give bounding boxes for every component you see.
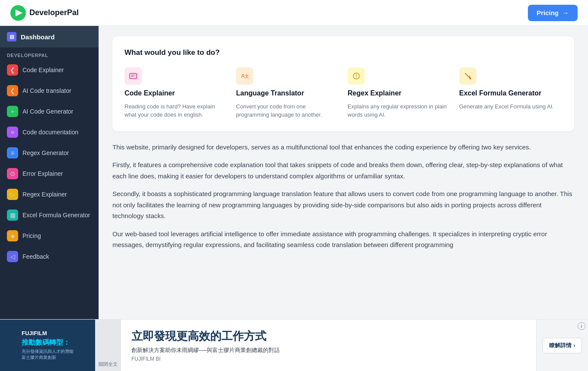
sidebar-item-label: Feedback	[22, 253, 49, 260]
feature-card: What would you like to do? Code Explaine…	[112, 36, 574, 131]
feature-name-excel-formula-generator: Excel Formula Generator	[459, 89, 562, 98]
ad-right-panel: ℹ 瞭解詳情 ›	[536, 320, 588, 371]
ad-info-icon[interactable]: ℹ	[578, 322, 585, 330]
sidebar-item-code-explainer[interactable]: ❮ Code Explainer	[0, 60, 99, 80]
dashboard-icon: ⊞	[7, 32, 16, 41]
ad-brand2: 富士膠片商業創新	[22, 355, 74, 361]
sidebar-item-regex-explainer[interactable]: ▷ Regex Explainer	[0, 184, 99, 205]
logo-text: DeveloperPal	[29, 8, 79, 17]
regex-generator-icon: ≡	[7, 147, 18, 159]
ad-subtitle: 充分發揮資訊與人才的潛能	[22, 349, 74, 355]
logo-area: DeveloperPal	[10, 5, 79, 21]
logo-icon	[10, 5, 26, 21]
ad-close-strip[interactable]: 關閉全文	[95, 320, 121, 371]
body-paragraph-1: This website, primarily designed for dev…	[112, 142, 574, 153]
sidebar-item-label: Excel Formula Generator	[22, 212, 90, 219]
ad-left-content: FUJIFILM 推動數碼轉型： 充分發揮資訊與人才的潛能 富士膠片商業創新	[16, 325, 79, 365]
sidebar-dashboard-item[interactable]: ⊞ Dashboard	[0, 26, 99, 48]
sidebar-item-label: Regex Explainer	[22, 191, 67, 198]
svg-point-12	[470, 78, 471, 79]
feature-desc-regex-explainer: Explains any regular expression in plain…	[348, 102, 451, 119]
code-explainer-icon: ❮	[7, 64, 18, 76]
sidebar-item-feedback[interactable]: ◁ Feedback	[0, 246, 99, 267]
ad-body: 創新解決方案助你未雨綢繆──與富士膠片商業創總裁的對話	[131, 346, 526, 354]
ad-left-panel: FUJIFILM 推動數碼轉型： 充分發揮資訊與人才的潛能 富士膠片商業創新	[0, 320, 95, 371]
regex-explainer-icon: ▷	[7, 189, 18, 200]
feature-item-code-explainer[interactable]: Code Explainer Reading code is hard? Hav…	[125, 67, 227, 119]
sidebar-item-ai-code-generator[interactable]: + AI Code Generator	[0, 101, 99, 122]
sidebar-item-label: AI Code Generator	[22, 108, 74, 115]
body-paragraph-2: Firstly, it features a comprehensive cod…	[112, 159, 574, 181]
sidebar-item-regex-generator[interactable]: ≡ Regex Generator	[0, 143, 99, 163]
sidebar-item-code-documentation[interactable]: ≡ Code documentation	[0, 122, 99, 143]
svg-text:A: A	[241, 73, 245, 79]
feedback-icon: ◁	[7, 251, 18, 262]
svg-rect-2	[130, 73, 137, 79]
feature-desc-excel-formula-generator: Generate any Excel Formula using AI.	[459, 102, 562, 111]
body-paragraph-4: Our web-based tool leverages artificial …	[112, 228, 574, 251]
feature-item-regex-explainer[interactable]: Regex Explainer Explains any regular exp…	[348, 67, 451, 119]
sidebar-item-label: Pricing	[22, 232, 41, 239]
feature-name-regex-explainer: Regex Explainer	[348, 89, 451, 98]
error-explainer-icon: ⊙	[7, 168, 18, 179]
sidebar-section-label: DeveloperPal	[0, 48, 99, 60]
arrow-icon: →	[562, 9, 569, 17]
feature-desc-code-explainer: Reading code is hard? Have explain what …	[125, 102, 227, 119]
svg-text:文: 文	[245, 74, 249, 79]
body-paragraph-3: Secondly, it boasts a sophisticated prog…	[112, 188, 574, 222]
ai-code-translator-icon: ❮	[7, 85, 18, 96]
dashboard-label: Dashboard	[21, 33, 54, 41]
feature-card-title: What would you like to do?	[125, 48, 562, 57]
sidebar-item-excel-formula-generator[interactable]: ▦ Excel Formula Generator	[0, 205, 99, 225]
ad-middle-panel: 立即發現更高效的工作方式 創新解決方案助你未雨綢繆──與富士膠片商業創總裁的對話…	[121, 320, 536, 371]
feature-name-language-translator: Language Translator	[236, 89, 339, 98]
top-navigation: DeveloperPal Pricing →	[0, 0, 588, 26]
ad-banner: FUJIFILM 推動數碼轉型： 充分發揮資訊與人才的潛能 富士膠片商業創新 關…	[0, 319, 588, 371]
ad-cta-button[interactable]: 瞭解詳情 ›	[543, 338, 582, 353]
pricing-icon: ◈	[7, 230, 18, 241]
feature-icon-language-translator: A文	[236, 67, 253, 85]
svg-point-9	[356, 77, 357, 78]
pricing-button[interactable]: Pricing →	[528, 5, 578, 21]
feature-icon-regex-explainer	[348, 67, 365, 85]
sidebar-item-ai-code-translator[interactable]: ❮ AI Code translator	[0, 80, 99, 101]
ad-headline: 立即發現更高效的工作方式	[131, 329, 526, 344]
feature-icon-code-explainer	[125, 67, 142, 85]
sidebar-item-label: Regex Generator	[22, 149, 69, 156]
sidebar-item-label: Code documentation	[22, 129, 78, 136]
sidebar-item-label: Error Explainer	[22, 170, 63, 177]
ad-title: 推動數碼轉型：	[22, 338, 74, 346]
excel-formula-icon: ▦	[7, 209, 18, 221]
code-documentation-icon: ≡	[7, 127, 18, 138]
sidebar-item-label: AI Code translator	[22, 87, 71, 94]
sidebar-item-pricing[interactable]: ◈ Pricing	[0, 225, 99, 246]
ad-footer: FUJIFILM BI	[131, 356, 526, 362]
ad-brand: FUJIFILM	[22, 330, 74, 336]
feature-item-excel-formula-generator[interactable]: Excel Formula Generator Generate any Exc…	[459, 67, 562, 119]
feature-desc-language-translator: Convert your code from one programming l…	[236, 102, 339, 119]
ad-close-label: 關閉全文	[99, 361, 118, 368]
sidebar-item-error-explainer[interactable]: ⊙ Error Explainer	[0, 163, 99, 184]
feature-item-language-translator[interactable]: A文 Language Translator Convert your code…	[236, 67, 339, 119]
ad-cta-arrow-icon: ›	[573, 342, 575, 349]
feature-icon-excel-formula-generator	[459, 67, 476, 85]
feature-grid: Code Explainer Reading code is hard? Hav…	[125, 67, 562, 119]
feature-name-code-explainer: Code Explainer	[125, 89, 227, 98]
sidebar-item-label: Code Explainer	[22, 67, 64, 73]
ai-code-generator-icon: +	[7, 106, 18, 117]
ad-cta-label: 瞭解詳情	[549, 342, 572, 349]
